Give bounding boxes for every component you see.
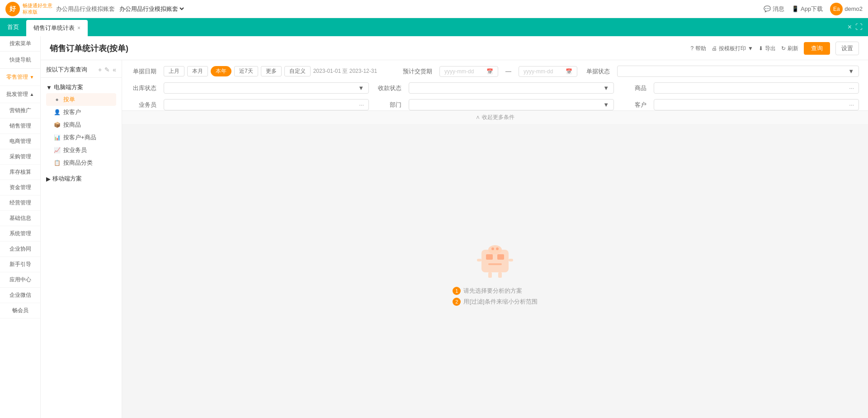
- sidebar-item-operations[interactable]: 经营管理: [0, 195, 40, 211]
- bill-status-select[interactable]: ▼: [617, 66, 859, 77]
- more-btn[interactable]: 更多: [261, 66, 282, 76]
- date-filter-label: 单据日期: [131, 67, 156, 76]
- bill-status-dropdown-icon: ▼: [848, 68, 854, 75]
- breadcrumb-select[interactable]: 办公用品行业模拟账套: [118, 5, 185, 13]
- query-button[interactable]: 查询: [804, 42, 830, 55]
- message-button[interactable]: 💬 消息: [764, 5, 784, 13]
- sidebar-quick-nav[interactable]: 快捷导航: [0, 52, 40, 69]
- svg-point-10: [496, 247, 499, 250]
- svg-rect-1: [486, 254, 493, 260]
- bill-status-label: 单据状态: [585, 67, 610, 76]
- svg-rect-7: [498, 272, 502, 278]
- sidebar-item-finance[interactable]: 资金管理: [0, 180, 40, 195]
- sidebar-item-purchase[interactable]: 采购管理: [0, 149, 40, 165]
- print-icon: 🖨: [712, 45, 717, 52]
- filters-container: 单据日期 上月 本月 本年 近7天 更多 自定义 2023-01-01 至 20…: [122, 60, 868, 110]
- customer-label: 客户: [621, 101, 646, 109]
- sidebar-item-sales[interactable]: 销售管理: [0, 119, 40, 134]
- collapse-icon: ∧: [476, 114, 480, 120]
- tab-close-icon[interactable]: ×: [77, 25, 80, 31]
- date-range-text: 2023-01-01 至 2023-12-31: [313, 67, 377, 75]
- scheme-item-by-order[interactable]: ● 按单: [46, 93, 116, 106]
- scheme-group-pc-title[interactable]: ▼ 电脑端方案: [46, 81, 116, 93]
- sidebar-item-enterprise[interactable]: 企业协同: [0, 242, 40, 257]
- collapse-button[interactable]: ∧ 收起更多条件: [122, 110, 868, 124]
- tab-sales-order[interactable]: 销售订单统计表 ×: [26, 20, 88, 36]
- page-actions: ? 帮助 🖨 按模板打印 ▼ ⬇ 导出 ↻ 刷新 查询 设置: [690, 42, 859, 60]
- tab-minimize-icon[interactable]: ×: [848, 23, 852, 31]
- calendar-end-icon[interactable]: 📅: [566, 68, 572, 75]
- scheme-actions: + ✎ «: [98, 66, 116, 73]
- delivery-date-end[interactable]: yyyy-mm-dd 📅: [519, 66, 577, 77]
- sidebar-search[interactable]: 搜索菜单: [0, 36, 40, 52]
- this-month-btn[interactable]: 本月: [187, 66, 208, 76]
- top-right: 💬 消息 📱 App下载 Ea demo2: [764, 3, 863, 15]
- logo-icon: 好: [5, 2, 20, 16]
- settings-button[interactable]: 设置: [835, 42, 859, 55]
- tab-maximize-icon[interactable]: ⛶: [855, 23, 863, 31]
- calendar-start-icon[interactable]: 📅: [486, 68, 493, 75]
- custom-btn[interactable]: 自定义: [284, 66, 311, 76]
- sidebar-item-member[interactable]: 畅会员: [0, 303, 40, 318]
- scheme-by-customer-goods-icon: 📊: [53, 134, 61, 141]
- svg-point-9: [491, 247, 494, 250]
- this-year-btn[interactable]: 本年: [211, 66, 231, 76]
- scheme-collapse-icon[interactable]: «: [113, 66, 116, 73]
- svg-rect-3: [488, 263, 502, 265]
- goods-select[interactable]: ···: [654, 82, 859, 94]
- refresh-button[interactable]: ↻ 刷新: [781, 45, 798, 52]
- scheme-add-icon[interactable]: +: [98, 66, 102, 73]
- avatar: Ea: [830, 3, 843, 15]
- staff-select[interactable]: ···: [164, 99, 369, 110]
- ship-status-select[interactable]: ▼: [164, 82, 369, 94]
- filter-row-1: 单据日期 上月 本月 本年 近7天 更多 自定义 2023-01-01 至 20…: [131, 66, 859, 77]
- main-layout: 搜索菜单 快捷导航 零售管理▼ 批发管理▲ 营销推广 销售管理 电商管理 采购管…: [0, 36, 868, 418]
- print-button[interactable]: 🖨 按模板打印 ▼: [712, 45, 753, 52]
- scheme-item-by-customer[interactable]: 👤 按客户: [46, 106, 116, 119]
- scheme-group-mobile-title[interactable]: ▶ 移动端方案: [46, 173, 116, 185]
- tab-home[interactable]: 首页: [0, 18, 26, 36]
- customer-more-icon[interactable]: ···: [849, 101, 854, 108]
- scheme-edit-icon[interactable]: ✎: [104, 66, 110, 73]
- sidebar-item-wechat[interactable]: 企业微信: [0, 288, 40, 303]
- svg-rect-5: [509, 259, 513, 261]
- empty-hints: 1 请先选择要分析的方案 2 用[过滤]条件来缩小分析范围: [453, 287, 537, 306]
- sidebar-item-inventory[interactable]: 库存核算: [0, 165, 40, 180]
- sidebar-item-marketing[interactable]: 营销推广: [0, 103, 40, 119]
- scheme-item-by-customer-goods[interactable]: 📊 按客户+商品: [46, 131, 116, 144]
- export-button[interactable]: ⬇ 导出: [759, 45, 776, 52]
- logo-area: 好 畅捷通好生意 标准版: [5, 2, 52, 16]
- sidebar-item-wholesale[interactable]: 批发管理▲: [0, 86, 40, 103]
- last-month-btn[interactable]: 上月: [164, 66, 184, 76]
- receipt-status-label: 收款状态: [376, 84, 401, 92]
- sidebar: 搜索菜单 快捷导航 零售管理▼ 批发管理▲ 营销推广 销售管理 电商管理 采购管…: [0, 36, 41, 418]
- scheme-group-pc: ▼ 电脑端方案 ● 按单 👤 按客户 📦 按商品: [41, 80, 122, 171]
- tab-bar-right: × ⛶: [848, 23, 868, 31]
- sidebar-item-appcenter[interactable]: 应用中心: [0, 272, 40, 288]
- last-7days-btn[interactable]: 近7天: [234, 66, 258, 76]
- customer-select[interactable]: ···: [654, 99, 859, 110]
- top-bar: 好 畅捷通好生意 标准版 办公用品行业模拟账套 办公用品行业模拟账套 💬 消息 …: [0, 0, 868, 18]
- scheme-group-mobile: ▶ 移动端方案: [41, 171, 122, 186]
- scheme-item-by-category[interactable]: 📋 按商品分类: [46, 157, 116, 169]
- page-header: 销售订单统计表(按单) ? 帮助 🖨 按模板打印 ▼ ⬇ 导出 ↻ 刷新: [41, 36, 868, 60]
- user-menu[interactable]: Ea demo2: [830, 3, 863, 15]
- receipt-status-select[interactable]: ▼: [409, 82, 614, 94]
- sidebar-item-basic[interactable]: 基础信息: [0, 211, 40, 226]
- scheme-item-by-staff[interactable]: 📈 按业务员: [46, 144, 116, 157]
- sidebar-item-system[interactable]: 系统管理: [0, 226, 40, 242]
- staff-more-icon[interactable]: ···: [359, 101, 364, 108]
- date-filter-buttons: 上月 本月 本年 近7天 更多 自定义 2023-01-01 至 2023-12…: [164, 66, 396, 76]
- goods-more-icon[interactable]: ···: [849, 85, 854, 91]
- sidebar-item-ecommerce[interactable]: 电商管理: [0, 134, 40, 149]
- app-download-button[interactable]: 📱 App下载: [792, 5, 823, 13]
- dept-label: 部门: [376, 101, 401, 109]
- sidebar-item-newbie[interactable]: 新手引导: [0, 257, 40, 272]
- message-icon: 💬: [764, 5, 771, 12]
- dept-select[interactable]: ▼: [409, 99, 614, 110]
- delivery-date-start[interactable]: yyyy-mm-dd 📅: [439, 66, 498, 77]
- scheme-item-by-goods[interactable]: 📦 按商品: [46, 119, 116, 131]
- sidebar-item-retail[interactable]: 零售管理▼: [0, 69, 40, 86]
- empty-illustration: [472, 236, 518, 281]
- help-button[interactable]: ? 帮助: [690, 45, 706, 52]
